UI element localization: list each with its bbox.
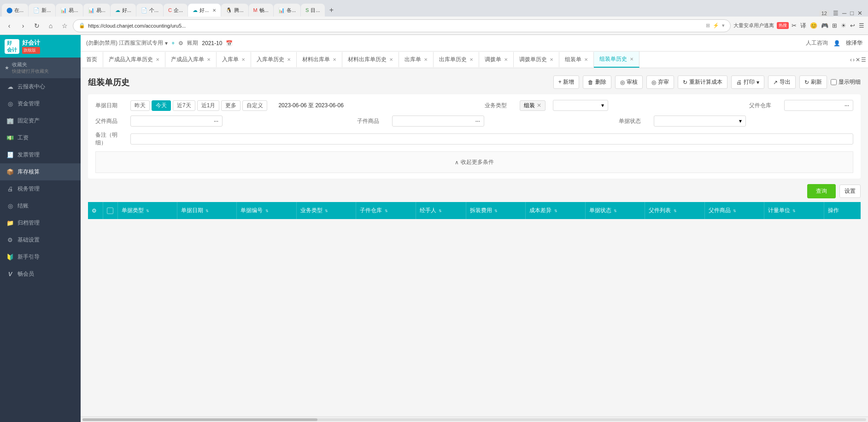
page-tab-in-order-history[interactable]: 入库单历史 ✕ xyxy=(251,52,297,67)
company-selector[interactable]: (勿删勿禁用) 江西服宝测试专用 ▾ xyxy=(86,39,168,47)
page-tab-in-order[interactable]: 入库单 ✕ xyxy=(217,52,251,67)
col-disassemble-fee[interactable]: 拆装费用 ⇅ xyxy=(466,202,525,219)
tab-close-out-order[interactable]: ✕ xyxy=(424,57,428,62)
custom-date-btn[interactable]: 自定义 xyxy=(242,100,267,111)
tab-scroll-left[interactable]: ‹ xyxy=(850,57,852,63)
tab-close-transfer-history[interactable]: ✕ xyxy=(550,57,553,62)
col-doc-type[interactable]: 单据类型 ⇅ xyxy=(117,202,177,219)
tab-more-options[interactable]: ☰ xyxy=(861,57,866,63)
history-icon[interactable]: ↩ xyxy=(850,22,855,29)
collapse-button[interactable]: ∧ 收起更多条件 xyxy=(100,156,849,169)
minimize-button[interactable]: ─ xyxy=(842,10,846,17)
export-button[interactable]: ↗ 导出 xyxy=(768,75,796,89)
calendar-icon[interactable]: 📅 xyxy=(226,40,233,46)
forward-button[interactable]: › xyxy=(18,20,29,31)
browser-tab-6[interactable]: 📄 个... xyxy=(136,4,163,17)
sidebar-item-inventory[interactable]: 📦 库存核算 xyxy=(0,163,81,180)
brightness-icon[interactable]: ☀ xyxy=(841,22,846,29)
page-tab-transfer-history[interactable]: 调拨单历史 ✕ xyxy=(514,52,559,67)
page-tab-transfer[interactable]: 调拨单 ✕ xyxy=(479,52,514,67)
tab-close-out-order-history[interactable]: ✕ xyxy=(469,57,473,62)
scissors-icon[interactable]: ✂ xyxy=(792,22,797,29)
browser-menu-icon[interactable]: ☰ xyxy=(859,22,864,29)
audit-button[interactable]: ◎ 审核 xyxy=(615,75,643,89)
tab-close-assembly-history[interactable]: ✕ xyxy=(630,57,633,62)
1month-btn[interactable]: 近1月 xyxy=(197,100,220,111)
page-tab-out-order[interactable]: 出库单 ✕ xyxy=(399,52,434,67)
browser-tab-4[interactable]: 📊 易... xyxy=(83,4,110,17)
browser-tab-3[interactable]: 📊 易... xyxy=(56,4,82,17)
emoji-icon[interactable]: 😊 xyxy=(810,22,817,29)
sidebar-item-settings[interactable]: ⚙ 基础设置 xyxy=(0,231,81,249)
game-icon[interactable]: 🎮 xyxy=(821,22,828,29)
tab-close-8[interactable]: ✕ xyxy=(212,8,216,13)
col-doc-date[interactable]: 单据日期 ⇅ xyxy=(177,202,236,219)
bookmark-button[interactable]: ☆ xyxy=(59,20,70,31)
select-all-checkbox[interactable] xyxy=(107,208,113,214)
today-btn[interactable]: 今天 xyxy=(152,100,171,111)
tab-close-product-in[interactable]: ✕ xyxy=(207,57,211,62)
page-tab-assembly[interactable]: 组装单 ✕ xyxy=(559,52,594,67)
new-tab-button[interactable]: + xyxy=(325,4,338,17)
back-button[interactable]: ‹ xyxy=(4,20,15,31)
refresh-button[interactable]: ↻ 刷新 xyxy=(799,75,827,89)
query-button[interactable]: 查询 xyxy=(807,184,836,198)
browser-tab-1[interactable]: ⬤ 在... xyxy=(2,4,28,17)
browser-tab-5[interactable]: ☁ 好... xyxy=(111,4,136,17)
close-button[interactable]: ✕ xyxy=(857,10,862,17)
tab-close-in-order-history[interactable]: ✕ xyxy=(287,57,291,62)
browser-tab-12[interactable]: S 目... xyxy=(301,4,325,17)
sidebar-item-cloud-report[interactable]: ☁ 云报表中心 xyxy=(0,78,81,95)
address-dropdown[interactable]: ▾ xyxy=(722,23,725,29)
child-goods-dropdown[interactable]: ··· xyxy=(392,116,484,127)
parent-warehouse-dropdown[interactable]: ··· xyxy=(784,100,853,111)
biz-type-close[interactable]: ✕ xyxy=(537,102,541,109)
sidebar-item-tax[interactable]: 🖨 税务管理 xyxy=(0,180,81,197)
notes-input[interactable] xyxy=(130,133,853,145)
menu-icon[interactable]: ☰ xyxy=(833,10,839,17)
yesterday-btn[interactable]: 昨天 xyxy=(130,100,150,111)
col-biz-type[interactable]: 业务类型 ⇅ xyxy=(296,202,356,219)
sidebar-item-invoice[interactable]: 🧾 发票管理 xyxy=(0,146,81,163)
page-tab-material-out-history[interactable]: 材料出库单历史 ✕ xyxy=(342,52,399,67)
col-parent-goods[interactable]: 父件商品 ⇅ xyxy=(704,202,764,219)
grid-icon[interactable]: ⊞ xyxy=(832,22,837,29)
sidebar-item-fund[interactable]: ◎ 资金管理 xyxy=(0,95,81,112)
browser-tab-2[interactable]: 📄 新... xyxy=(29,4,55,17)
scrollbar-thumb[interactable] xyxy=(82,418,317,421)
tab-close-product-in-history[interactable]: ✕ xyxy=(156,57,159,62)
scrollbar-track[interactable] xyxy=(82,418,866,421)
sidebar-item-member[interactable]: V 畅会员 xyxy=(0,266,81,283)
sidebar-item-archive[interactable]: 📁 归档管理 xyxy=(0,214,81,231)
print-button[interactable]: 🖨 打印 ▾ xyxy=(731,75,764,89)
page-tab-home[interactable]: 首页 xyxy=(81,52,103,67)
col-unit[interactable]: 计量单位 ⇅ xyxy=(764,202,824,219)
col-child-warehouse[interactable]: 子件仓库 ⇅ xyxy=(356,202,416,219)
reload-button[interactable]: ↻ xyxy=(31,20,42,31)
show-detail-checkbox[interactable] xyxy=(831,79,837,85)
page-tab-product-in-history[interactable]: 产成品入库单历史 ✕ xyxy=(103,52,165,67)
address-bar[interactable]: 🔒 https://cloud.chanjet.com/accounting/u… xyxy=(73,19,731,32)
browser-tab-10[interactable]: M 畅... xyxy=(249,4,273,17)
tab-scroll-right[interactable]: › xyxy=(853,57,855,63)
tab-close-transfer[interactable]: ✕ xyxy=(504,57,508,62)
tab-close-all[interactable]: ✕ xyxy=(856,57,860,63)
add-company-btn[interactable]: + xyxy=(171,40,175,46)
sidebar-item-settle[interactable]: ◎ 结账 xyxy=(0,197,81,214)
horizontal-scrollbar[interactable] xyxy=(81,416,868,422)
tab-close-in-order[interactable]: ✕ xyxy=(241,57,245,62)
sidebar-item-salary[interactable]: 💵 工资 xyxy=(0,129,81,146)
new-button[interactable]: + 新增 xyxy=(553,75,579,89)
browser-tab-7[interactable]: C 企... xyxy=(164,4,188,17)
tab-close-material-out[interactable]: ✕ xyxy=(333,57,336,62)
sidebar-item-fixed-asset[interactable]: 🏢 固定资产 xyxy=(0,112,81,129)
parent-goods-dropdown[interactable]: ··· xyxy=(130,116,223,127)
col-cost-diff[interactable]: 成本差异 ⇅ xyxy=(526,202,585,219)
biz-type-dropdown[interactable]: ▾ xyxy=(553,100,608,111)
browser-tab-8[interactable]: ☁ 好... ✕ xyxy=(188,4,221,17)
browser-tab-11[interactable]: 📊 各... xyxy=(274,4,300,17)
7days-btn[interactable]: 近7天 xyxy=(173,100,195,111)
col-settings[interactable]: ⚙ xyxy=(88,202,103,219)
qr-icon[interactable]: ⊞ xyxy=(706,23,710,29)
page-tab-out-order-history[interactable]: 出库单历史 ✕ xyxy=(434,52,479,67)
